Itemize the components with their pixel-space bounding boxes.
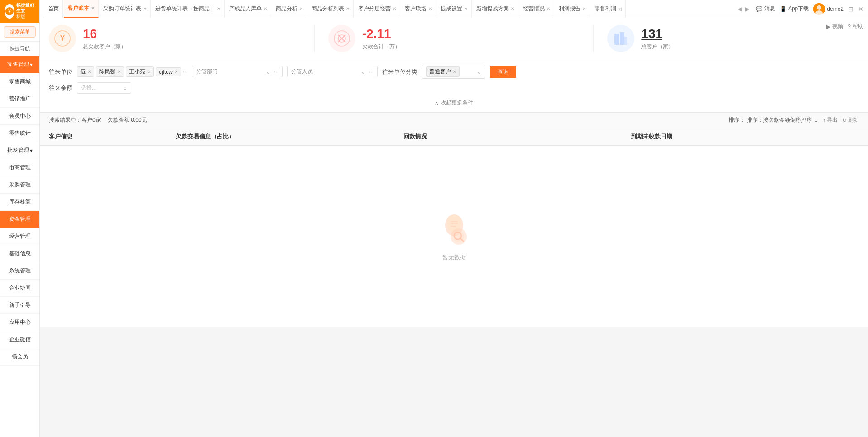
balance-filter-label: 往来余额	[49, 84, 72, 92]
refresh-button[interactable]: ↻ 刷新	[842, 116, 859, 124]
stat-total-customers: ¥ 16 总欠款客户（家）	[49, 25, 301, 52]
tab-kehu-fenceng[interactable]: 客户分层经营 ✕	[355, 0, 400, 18]
sidebar-item-zijin[interactable]: 资金管理	[0, 211, 39, 228]
sidebar-item-tongji[interactable]: 零售统计	[0, 125, 39, 142]
sidebar-item-huiyuan[interactable]: 会员中心	[0, 108, 39, 125]
tab-kehu-lianxi[interactable]: 客户联络 ✕	[401, 0, 436, 18]
sidebar-item-chang-huiyuan[interactable]: 畅会员	[0, 348, 39, 366]
video-label: 视频	[832, 23, 843, 30]
sidebar-item-shangcheng[interactable]: 零售商城	[0, 73, 39, 90]
query-button[interactable]: 查询	[490, 66, 516, 78]
result-amount: 欠款金额 0.00元	[108, 117, 147, 123]
tab-jingying[interactable]: 经营情况 ✕	[519, 0, 554, 18]
tag-close-wang[interactable]: ✕	[147, 69, 151, 74]
empty-state: 暂无数据	[409, 185, 499, 289]
tab-prev-button[interactable]: ◀	[736, 5, 743, 13]
stat-divider-1	[314, 25, 315, 52]
export-button[interactable]: ↑ 导出	[823, 116, 838, 124]
tab-close-icon[interactable]: ✕	[511, 6, 514, 11]
sidebar-item-label: 会员中心	[9, 113, 31, 119]
tab-close-icon[interactable]: ✕	[143, 6, 147, 11]
sidebar-item-yingxiao[interactable]: 营销推广	[0, 90, 39, 108]
search-menu-button[interactable]: 搜索菜单	[4, 26, 36, 38]
dept-more-icon[interactable]: ···	[274, 69, 278, 75]
person-more-icon[interactable]: ···	[369, 69, 374, 75]
tab-jinhuo-tongji[interactable]: 进货单统计表（按商品） ✕	[152, 0, 225, 18]
tab-lingshou-lirun[interactable]: 零售利润 ◁	[591, 0, 626, 18]
tab-ticheng-shezhi[interactable]: 提成设置 ✕	[437, 0, 472, 18]
col-overdue-date: 到期未收款日期	[631, 133, 859, 141]
balance-select[interactable]: 选择... ⌄	[77, 82, 131, 94]
tab-close-icon[interactable]: ✕	[393, 6, 396, 11]
top-navigation-bar: 首页 客户账本 ✕ 采购订单统计表 ✕ 进货单统计表（按商品） ✕ 产成品入库单…	[40, 0, 868, 18]
sidebar-item-kucun[interactable]: 库存核算	[0, 194, 39, 211]
tab-close-icon[interactable]: ✕	[299, 6, 303, 11]
sidebar-item-lingshou[interactable]: 零售管理 ▾	[0, 56, 39, 73]
sidebar-item-jingying[interactable]: 经营管理	[0, 228, 39, 245]
sidebar-item-xinshou[interactable]: 新手引导	[0, 297, 39, 314]
quick-nav-button[interactable]: 快捷导航	[0, 42, 39, 56]
svg-rect-9	[614, 34, 619, 45]
tab-close-icon[interactable]: ✕	[428, 6, 432, 11]
unit-filter-label: 往来单位	[49, 68, 72, 76]
video-help-link[interactable]: ▶ 视频	[826, 23, 843, 30]
tab-close-icon[interactable]: ✕	[217, 6, 221, 11]
sidebar-item-jichu[interactable]: 基础信息	[0, 245, 39, 262]
tab-lirun-baogao[interactable]: 利润报告 ✕	[555, 0, 590, 18]
search-result-bar: 搜索结果中：客户0家 欠款金额 0.00元 排序： 排序：按欠款金额倒序排序 ⌄…	[40, 113, 868, 128]
tab-close-icon[interactable]: ◁	[618, 6, 622, 11]
sidebar-item-yingyong[interactable]: 应用中心	[0, 314, 39, 331]
tab-close-icon[interactable]: ✕	[547, 6, 550, 11]
unit-class-tag-close[interactable]: ✕	[453, 69, 456, 74]
sort-value: 排序：按欠款金额倒序排序	[747, 116, 812, 124]
user-profile[interactable]: demo2	[813, 3, 844, 15]
app-download-button[interactable]: 📱 App下载	[780, 5, 809, 13]
stat-number-customers: 16	[83, 27, 126, 41]
top-bar-actions: ◀ ▶ 💬 消息 📱 App下载 demo2 ⊟	[736, 3, 863, 15]
sort-select[interactable]: 排序： 排序：按欠款金额倒序排序 ⌄	[729, 116, 818, 124]
tab-shangpin-fenxi[interactable]: 商品分析 ✕	[272, 0, 307, 18]
tab-close-icon[interactable]: ✕	[264, 6, 267, 11]
sidebar-item-label: 采购管理	[9, 181, 31, 188]
person-select[interactable]: 分管人员 ⌄ ···	[287, 66, 378, 77]
tab-close-icon[interactable]: ✕	[464, 6, 468, 11]
tab-close-icon[interactable]: ✕	[582, 6, 586, 11]
sidebar-item-dianshanng[interactable]: 电商管理	[0, 159, 39, 176]
sidebar-item-pifa[interactable]: 批发管理 ▾	[0, 142, 39, 159]
all-customers-icon	[607, 25, 634, 52]
sidebar-item-label: 基础信息	[9, 250, 31, 256]
tab-kehu-zhangben[interactable]: 客户账本 ✕	[64, 0, 99, 18]
tab-label: 客户联络	[405, 5, 427, 13]
empty-text: 暂无数据	[442, 253, 466, 261]
tag-close-wu[interactable]: ✕	[87, 69, 91, 74]
tab-close-icon[interactable]: ✕	[346, 6, 350, 11]
collapse-button[interactable]: ∧ 收起更多条件	[435, 99, 473, 107]
logo-icon: ¥	[5, 4, 14, 19]
data-table: 客户信息 欠款交易信息（占比） 回款情况 到期未收款日期	[40, 128, 868, 327]
tag-close-cjttcw[interactable]: ✕	[174, 69, 178, 74]
stat-text-block1: 16 总欠款客户（家）	[83, 27, 126, 51]
unit-class-select[interactable]: 普通客户 ✕ ⌄	[422, 65, 485, 79]
sidebar-item-qiye-weixin[interactable]: 企业微信	[0, 331, 39, 348]
filter-more-tags[interactable]: ···	[183, 69, 187, 75]
messages-button[interactable]: 💬 消息	[756, 5, 775, 13]
tab-close-icon[interactable]: ✕	[91, 6, 95, 11]
window-minimize-button[interactable]: ⊟	[848, 5, 854, 13]
dept-select[interactable]: 分管部门 ⌄ ···	[192, 66, 283, 77]
sidebar-item-label: 零售管理	[7, 61, 29, 68]
tab-next-button[interactable]: ▶	[743, 5, 751, 13]
tab-shangpin-lie[interactable]: 商品分析列表 ✕	[308, 0, 354, 18]
tab-label: 提成设置	[441, 5, 462, 13]
tab-home[interactable]: 首页	[44, 0, 63, 18]
window-close-button[interactable]: ✕	[858, 5, 863, 13]
sidebar-item-xitong[interactable]: 系统管理	[0, 262, 39, 280]
search-result-summary: 搜索结果中：客户0家 欠款金额 0.00元	[49, 116, 147, 124]
sidebar-item-caigou[interactable]: 采购管理	[0, 176, 39, 194]
tag-close-chen[interactable]: ✕	[117, 69, 121, 74]
sidebar-item-qiye-xieyi[interactable]: 企业协同	[0, 280, 39, 297]
svg-text:¥: ¥	[60, 33, 65, 43]
tab-caigou-dingdan[interactable]: 采购订单统计表 ✕	[100, 0, 151, 18]
tab-xinzeng-ticheng[interactable]: 新增提成方案 ✕	[473, 0, 518, 18]
tab-chanpin-ruku[interactable]: 产成品入库单 ✕	[225, 0, 271, 18]
help-link[interactable]: ? 帮助	[848, 23, 863, 30]
